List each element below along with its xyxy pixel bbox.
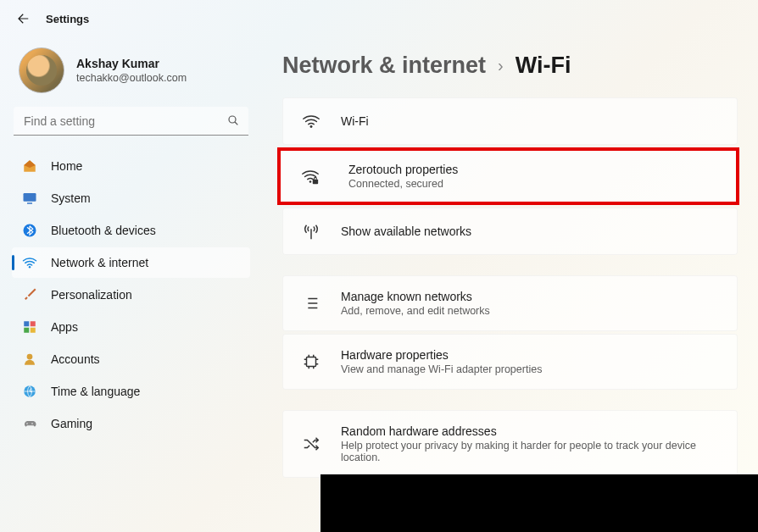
sidebar-item-label: Apps [51,320,78,334]
card-random-addresses[interactable]: Random hardware addresses Help protect y… [282,410,738,478]
wifi-secured-icon [301,167,320,186]
sidebar-item-gaming[interactable]: Gaming [12,408,250,439]
antenna-icon [302,222,320,241]
system-icon [22,191,37,206]
sidebar-item-personalization[interactable]: Personalization [12,280,250,310]
svg-point-12 [31,423,33,424]
sidebar-item-label: Gaming [51,417,92,430]
wifi-icon [22,255,37,270]
card-subtitle: Connected, secured [348,178,716,190]
list-icon [302,294,320,313]
breadcrumb-parent[interactable]: Network & internet [282,53,486,79]
card-connection-properties[interactable]: Zerotouch properties Connected, secured [277,147,739,205]
svg-point-9 [27,354,33,360]
back-button[interactable] [15,10,32,27]
sidebar-item-label: Personalization [51,288,132,302]
sidebar-item-system[interactable]: System [12,183,250,213]
card-hardware-properties[interactable]: Hardware properties View and manage Wi-F… [282,334,738,390]
nav-list: Home System Bluetooth & devices Network … [12,151,250,439]
svg-rect-6 [31,321,36,326]
sidebar-item-apps[interactable]: Apps [12,312,250,342]
sidebar-item-label: Network & internet [51,256,148,269]
svg-point-13 [310,125,313,128]
sidebar-item-accounts[interactable]: Accounts [12,344,250,374]
apps-icon [22,319,37,335]
breadcrumb-current: Wi-Fi [516,53,571,79]
chevron-right-icon: › [498,56,504,75]
globe-icon [22,384,37,399]
card-title: Zerotouch properties [348,163,716,176]
card-subtitle: View and manage Wi-Fi adapter properties [341,363,718,375]
person-icon [22,352,37,367]
profile-block[interactable]: Akshay Kumar techakko@outlook.com [12,44,250,107]
card-title: Random hardware addresses [341,424,718,438]
svg-rect-1 [24,193,36,202]
card-known-networks[interactable]: Manage known networks Add, remove, and e… [282,275,738,331]
sidebar-item-bluetooth[interactable]: Bluetooth & devices [12,215,250,246]
svg-point-14 [309,180,312,183]
sidebar: Akshay Kumar techakko@outlook.com Home [0,37,259,532]
user-name: Akshay Kumar [76,57,187,70]
avatar [19,47,64,93]
sidebar-item-label: Time & language [51,385,140,398]
shuffle-icon [302,435,320,453]
card-subtitle: Help protect your privacy by making it h… [341,440,718,463]
svg-point-4 [29,266,31,268]
sidebar-item-home[interactable]: Home [12,151,250,181]
bottom-bar [320,474,758,532]
svg-point-0 [229,116,236,123]
user-email: techakko@outlook.com [76,72,187,84]
bluetooth-icon [22,223,37,238]
card-title: Hardware properties [341,348,718,362]
app-title: Settings [46,13,89,25]
sidebar-item-label: Bluetooth & devices [51,224,156,237]
sidebar-item-network[interactable]: Network & internet [12,247,250,278]
sidebar-item-label: Accounts [51,352,100,366]
svg-rect-7 [24,328,29,333]
sidebar-item-time[interactable]: Time & language [12,376,250,407]
svg-rect-2 [27,202,32,204]
svg-point-11 [26,423,28,424]
card-title: Wi-Fi [341,114,718,128]
svg-rect-8 [31,328,36,333]
main-content: Network & internet › Wi-Fi Wi-Fi Zerotou… [259,37,758,532]
card-subtitle: Add, remove, and edit networks [341,305,718,317]
card-available-networks[interactable]: Show available networks [282,208,738,255]
card-title: Show available networks [341,224,718,238]
wifi-icon [302,112,320,130]
card-title: Manage known networks [341,290,718,303]
sidebar-item-label: Home [51,159,82,173]
gamepad-icon [22,416,37,431]
svg-rect-5 [24,321,29,326]
svg-rect-15 [313,180,318,185]
sidebar-item-label: System [51,191,91,205]
search-input[interactable] [14,107,248,136]
home-icon [22,158,37,174]
search-icon [226,114,240,127]
brush-icon [22,287,37,302]
svg-rect-16 [307,357,316,367]
chip-icon [302,352,320,371]
card-wifi-toggle[interactable]: Wi-Fi [282,97,738,145]
breadcrumb: Network & internet › Wi-Fi [282,53,738,79]
